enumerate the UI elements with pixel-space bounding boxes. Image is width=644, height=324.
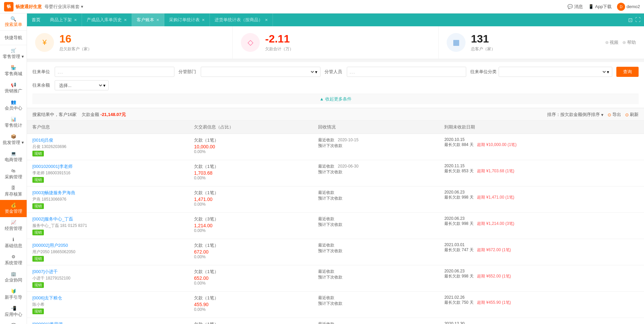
supplier-label: 往来单位 [32,69,53,75]
tab-goods[interactable]: 商品上下架 ✕ [45,13,82,26]
customer-name-2[interactable]: [0003]畅捷服务尹海燕 [32,190,183,196]
cell-collection-6: 最近收款 预计下次收款 [313,292,439,318]
sidebar-retail-label: 零售管理 ▾ [3,54,24,60]
tab-production-close[interactable]: ✕ [124,18,127,22]
tab-customer-close[interactable]: ✕ [156,18,159,22]
video-btn[interactable]: ⊙ 视频 [605,39,619,46]
table-body: [0016]吕俊 吕俊 13026203696 现销 欠款（1笔） 10,000… [27,134,644,324]
collapse-btn[interactable]: ▲ 收起更多条件 [32,94,639,104]
customer-name-1[interactable]: [0001020001]李老师 [32,164,183,170]
sort-selector[interactable]: 排序：按欠款金额倒序排序 ▾ [547,112,604,118]
customer-contact-4: 用户2050 18665062050 [32,249,183,255]
balance-select[interactable]: 选择... ▾ [55,80,109,90]
tab-purchase-close[interactable]: ✕ [202,18,205,22]
tab-goods-stats-close[interactable]: ✕ [265,18,268,22]
sidebar-item-finance[interactable]: 💰 资金管理 [0,200,27,217]
message-btn[interactable]: 💬 消息 [567,4,583,10]
collection-recent-1: 最近收款 2020-06-30 [318,164,433,169]
sidebar-item-retail-stats[interactable]: 📊 零售统计 [0,114,27,131]
category-select[interactable]: ▾ [499,67,612,77]
overdue-amount-4[interactable]: 超期 ¥672.00 (1笔) [477,247,511,252]
sidebar-item-member[interactable]: 👥 会员中心 [0,97,27,114]
sidebar-wholesale-icon: 📦 [11,134,16,139]
customer-name-4[interactable]: [000002]用户2050 [32,242,183,248]
tab-customer-account[interactable]: 客户账本 ✕ [132,13,164,26]
category-label: 往来单位分类 [470,69,497,75]
sort-label: 排序：按欠款金额倒序排序 [547,112,600,118]
sidebar-item-operations[interactable]: 📈 经营管理 [0,217,27,234]
debt-note-1: 欠款（1笔） [194,164,307,170]
debt-note-0: 欠款（1笔） [194,137,307,143]
table-row: [0002]服务中心_丁磊 服务中心_丁磊 181 0125 8371 现销 欠… [27,213,644,239]
tab-purchase-stats[interactable]: 采购订单统计表 ✕ [164,13,210,26]
refresh-btn[interactable]: ⊙ 刷新 [625,112,639,118]
cell-customer-0: [0016]吕俊 吕俊 13026203696 现销 [27,134,189,160]
sidebar-item-guide[interactable]: 🔰 新手引导 [0,286,27,303]
tab-goods-close[interactable]: ✕ [74,18,77,22]
sidebar-item-retail-mgmt[interactable]: 🛒 零售管理 ▾ [0,45,27,62]
collection-next-4: 预计下次收款 [318,248,433,254]
sidebar-marketing-label: 营销推广 [5,88,22,94]
export-btn[interactable]: ⊙ 导出 [608,112,621,118]
sidebar-item-ecommerce[interactable]: 💻 电商管理 [0,148,27,166]
search-button[interactable]: 查询 [616,67,639,77]
sidebar-item-basic-info[interactable]: ℹ 基础信息 [0,234,27,252]
tab-home[interactable]: 首页 [27,13,45,26]
sidebar-item-purchase[interactable]: 🛍 采购管理 [0,166,27,183]
cell-debt-5: 欠款（1笔） 652.00 0.00% [189,265,313,292]
result-debt-value: -21,148.07元 [101,112,126,117]
sidebar-item-quick-nav[interactable]: 快捷导航 [0,32,27,43]
result-debt-label: 欠款金额 [82,112,99,117]
cell-debt-2: 欠款（1笔） 1,471.00 0.00% [189,186,313,213]
sidebar-search[interactable]: 🔍 搜索菜单 [0,13,27,31]
sidebar-item-wholesale[interactable]: 📦 批发管理 ▾ [0,131,27,148]
balance-chevron-icon: ▾ [103,83,106,88]
help-btn[interactable]: ⊙ 帮助 [622,39,636,46]
cell-debt-7: 欠款（1笔） 429.00 0.00% [189,318,313,324]
sidebar-item-retail-mall[interactable]: 🏪 零售商城 [0,62,27,80]
customer-name-5[interactable]: [0007]小进千 [32,269,183,275]
cell-collection-3: 最近收款 预计下次收款 [313,213,439,239]
overdue-days-1: 最长欠款 853 天 超期 ¥1,703.68 (1笔) [444,168,639,174]
stat-info-total-debt: -2.11 欠款合计（万） [265,33,293,52]
overdue-amount-1[interactable]: 超期 ¥1,703.68 (1笔) [477,169,514,173]
tab-restore-btn[interactable]: ⊡ [628,17,633,23]
stat-number-total: 131 [471,33,495,45]
tab-goods-stats[interactable]: 进货单统计表（按商品） ✕ [210,13,273,26]
overdue-amount-3[interactable]: 超期 ¥1,214.00 (3笔) [477,221,514,226]
app-download-btn[interactable]: 📱 App下载 [588,4,612,10]
cell-collection-7: 最近收款 预计下次收款 [313,318,439,324]
suite-selector[interactable]: 母婴行业演示账套 ▾ [45,4,83,10]
tab-maximize-btn[interactable]: ⛶ [635,17,641,23]
sidebar-item-marketing[interactable]: 📢 营销推广 [0,80,27,97]
overdue-amount-0[interactable]: 超期 ¥10,000.00 (1笔) [477,142,516,147]
supplier-input[interactable]: ... [55,67,174,77]
collection-recent-2: 最近收款 [318,190,433,196]
debt-amount-1: 1,703.68 [194,170,307,176]
suite-chevron-icon: ▾ [81,4,83,9]
sidebar-item-inventory[interactable]: 🗄 库存核算 [0,183,27,200]
dept-select[interactable]: ▾ [201,67,320,77]
sidebar-item-enterprise[interactable]: 🏢 企业协同 [0,269,27,286]
cell-customer-4: [000002]用户2050 用户2050 18665062050 现销 [27,239,189,265]
tab-production[interactable]: 产成品入库单历史 ✕ [82,13,132,26]
overdue-amount-6[interactable]: 超期 ¥455.90 (1笔) [477,300,511,305]
customer-contact-0: 吕俊 13026203696 [32,144,183,150]
customer-name-0[interactable]: [0016]吕俊 [32,137,183,143]
sidebar-ecommerce-icon: 💻 [11,151,16,156]
balance-select-input[interactable]: 选择... [58,83,103,88]
person-input[interactable]: ... [347,67,467,77]
customer-name-7[interactable]: [000001]黄思源 [32,321,183,324]
sidebar-item-app-center[interactable]: 📲 应用中心 [0,303,27,320]
overdue-amount-5[interactable]: 超期 ¥652.00 (1笔) [477,274,511,278]
overdue-amount-2[interactable]: 超期 ¥1,471.00 (1笔) [477,195,514,200]
customer-name-6[interactable]: [0006]去下粮仓 [32,295,183,301]
dept-select-input[interactable] [204,69,315,75]
cell-customer-7: [000001]黄思源 黄思源 13552700226 现销 [27,318,189,324]
filter-dept: 分管部门 ▾ [178,67,320,77]
customer-name-3[interactable]: [0002]服务中心_丁磊 [32,216,183,222]
user-avatar[interactable]: D demo2 [617,3,640,11]
category-select-input[interactable] [502,69,607,75]
sidebar-item-wechat[interactable]: 💬 企业微信 [0,320,27,324]
sidebar-item-system[interactable]: ⚙ 系统管理 [0,252,27,269]
